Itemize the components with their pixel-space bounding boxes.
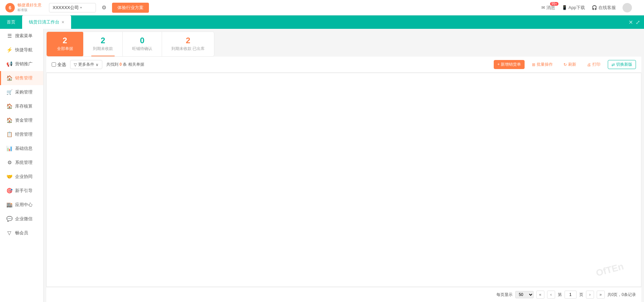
toolbar: 全选 ▽ 更多条件 ∨ 共找到 0 条 相关单据 + 新增销货单 ⊞ <box>46 57 641 73</box>
per-page-select[interactable]: 50 20 100 <box>515 291 534 298</box>
close-window-icon[interactable]: ✕ <box>629 19 633 25</box>
message-badge: 99+ <box>550 2 558 6</box>
sidebar-item-finance[interactable]: 🏠 资金管理 <box>0 113 43 127</box>
stat-num-all: 2 <box>63 37 67 45</box>
sidebar-item-search-menu[interactable]: ☰ 搜索菜单 <box>0 29 43 43</box>
select-all-label: 全选 <box>57 62 66 68</box>
stat-card-wrapper: 2 全部单据 2 到期未收款 0 旺铺待确认 2 到期未收款 已出库 <box>46 32 214 57</box>
stat-card-overdue[interactable]: 2 到期未收款 <box>84 32 123 56</box>
card-underline-overdue <box>91 56 115 56</box>
pagination-area: 每页显示 50 20 100 « ‹ 第 页 › » 共0页，0条记录 <box>46 287 641 302</box>
sales-icon: 🏠 <box>6 75 12 81</box>
stat-card-all[interactable]: 2 全部单据 <box>47 32 84 56</box>
sidebar-label-finance: 资金管理 <box>15 117 33 123</box>
message-button[interactable]: ✉ 消息 99+ <box>541 5 555 11</box>
first-page-button[interactable]: « <box>536 291 544 299</box>
logo-badge: 标准版 <box>17 8 42 12</box>
sidebar-label-enterprise: 企业协同 <box>15 174 33 180</box>
sidebar-item-system[interactable]: ⚙ 系统管理 <box>0 156 43 170</box>
stat-cards-row: 2 全部单据 2 到期未收款 0 旺铺待确认 2 到期未收款 已出库 <box>44 29 644 57</box>
tab-work[interactable]: 钱货日清工作台 ✕ <box>22 15 71 29</box>
refresh-button[interactable]: ↻ 刷新 <box>560 60 580 69</box>
tab-work-close-icon[interactable]: ✕ <box>61 20 64 24</box>
logo-area: 6 畅捷通好生意 标准版 <box>5 3 49 13</box>
expand-window-icon[interactable]: ⤢ <box>636 19 640 25</box>
sidebar-item-quick-nav[interactable]: ⚡ 快捷导航 <box>0 43 43 57</box>
table-area <box>46 73 641 287</box>
sidebar-label-quick-nav: 快捷导航 <box>15 47 33 53</box>
sidebar-label-member: 畅会员 <box>15 230 28 236</box>
sidebar-item-basic[interactable]: 📊 基础信息 <box>0 141 43 156</box>
app-center-icon: 🏬 <box>6 202 12 208</box>
sidebar-item-sales[interactable]: 🏠 销售管理 <box>0 71 43 85</box>
sidebar-item-marketing[interactable]: 📢 营销推广 <box>0 57 43 71</box>
stat-num-overdue: 2 <box>101 37 105 45</box>
next-page-button[interactable]: › <box>586 291 594 299</box>
message-icon: ✉ <box>541 5 545 10</box>
system-icon: ⚙ <box>6 160 12 166</box>
sidebar-item-purchase[interactable]: 🛒 采购管理 <box>0 85 43 99</box>
quick-nav-icon: ⚡ <box>6 47 12 53</box>
total-info: 共0页，0条记录 <box>607 292 636 298</box>
print-icon: 🖨 <box>587 62 591 67</box>
add-order-button[interactable]: + 新增销货单 <box>494 60 525 69</box>
batch-icon: ⊞ <box>532 62 535 67</box>
finance-icon: 🏠 <box>6 117 12 123</box>
sidebar-item-enterprise[interactable]: 🤝 企业协同 <box>0 170 43 184</box>
tab-home-label: 首页 <box>7 19 15 25</box>
app-download-button[interactable]: 📱 App下载 <box>562 5 585 11</box>
page-suffix: 页 <box>579 292 583 298</box>
header-right: ✉ 消息 99+ 📱 App下载 🎧 在线客服 <box>541 3 639 12</box>
operations-icon: 📋 <box>6 131 12 137</box>
sidebar-label-basic: 基础信息 <box>15 145 33 152</box>
page-input[interactable] <box>565 291 577 299</box>
filter-icon: ▽ <box>74 62 77 67</box>
sidebar-label-sales: 销售管理 <box>15 75 33 81</box>
marketing-icon: 📢 <box>6 61 12 67</box>
avatar[interactable] <box>623 3 632 12</box>
page-label: 第 <box>558 292 562 298</box>
sidebar-label-app-center: 应用中心 <box>15 202 33 208</box>
settings-button[interactable]: ⚙ <box>99 2 109 13</box>
refresh-label: 刷新 <box>568 62 576 67</box>
select-all-checkbox[interactable]: 全选 <box>52 62 66 68</box>
sidebar-item-app-center[interactable]: 🏬 应用中心 <box>0 198 43 212</box>
sidebar-item-inventory[interactable]: 🏠 库存核算 <box>0 99 43 113</box>
tab-home[interactable]: 首页 <box>0 15 22 29</box>
company-selector[interactable]: XXXXXX公司 ▾ <box>49 3 96 12</box>
logo-text: 畅捷通好生意 <box>17 3 42 8</box>
stat-card-shipped[interactable]: 2 到期未收款 已出库 <box>162 32 214 56</box>
online-service-label: 在线客服 <box>598 5 616 11</box>
select-all-input[interactable] <box>52 62 56 67</box>
trial-button[interactable]: 体验行业方案 <box>112 3 149 13</box>
toolbar-right: + 新增销货单 ⊞ 批量操作 ↻ 刷新 🖨 打印 ⇄ 切换新版 <box>494 60 636 69</box>
purchase-icon: 🛒 <box>6 89 12 95</box>
enterprise-icon: 🤝 <box>6 174 12 180</box>
filter-button[interactable]: ▽ 更多条件 ∨ <box>70 60 102 69</box>
stat-label-overdue: 到期未收款 <box>93 46 113 52</box>
sidebar-item-member[interactable]: ▽ 畅会员 <box>0 226 43 240</box>
sidebar-item-guide[interactable]: 🎯 新手引导 <box>0 184 43 198</box>
inventory-icon: 🏠 <box>6 103 12 109</box>
print-button[interactable]: 🖨 打印 <box>584 60 604 69</box>
sidebar-item-operations[interactable]: 📋 经营管理 <box>0 127 43 141</box>
stat-card-pending[interactable]: 0 旺铺待确认 <box>123 32 162 56</box>
sidebar-label-guide: 新手引导 <box>15 188 33 194</box>
online-service-button[interactable]: 🎧 在线客服 <box>592 5 616 11</box>
sidebar-item-wechat[interactable]: 💬 企业微信 <box>0 212 43 226</box>
prev-page-button[interactable]: ‹ <box>547 291 555 299</box>
batch-label: 批量操作 <box>537 62 553 67</box>
sidebar-label-system: 系统管理 <box>15 160 33 166</box>
batch-ops-button[interactable]: ⊞ 批量操作 <box>529 60 556 69</box>
found-prefix: 共找到 <box>106 62 118 67</box>
sidebar-label-operations: 经营管理 <box>15 131 33 137</box>
stat-label-shipped: 到期未收款 已出库 <box>171 46 205 52</box>
last-page-button[interactable]: » <box>597 291 605 299</box>
member-icon: ▽ <box>6 230 12 236</box>
headset-icon: 🎧 <box>592 5 597 10</box>
app-download-label: App下载 <box>569 5 585 11</box>
per-page-label: 每页显示 <box>496 292 513 298</box>
switch-version-button[interactable]: ⇄ 切换新版 <box>608 60 636 69</box>
switch-icon: ⇄ <box>611 62 615 67</box>
filter-label: 更多条件 <box>78 62 94 67</box>
